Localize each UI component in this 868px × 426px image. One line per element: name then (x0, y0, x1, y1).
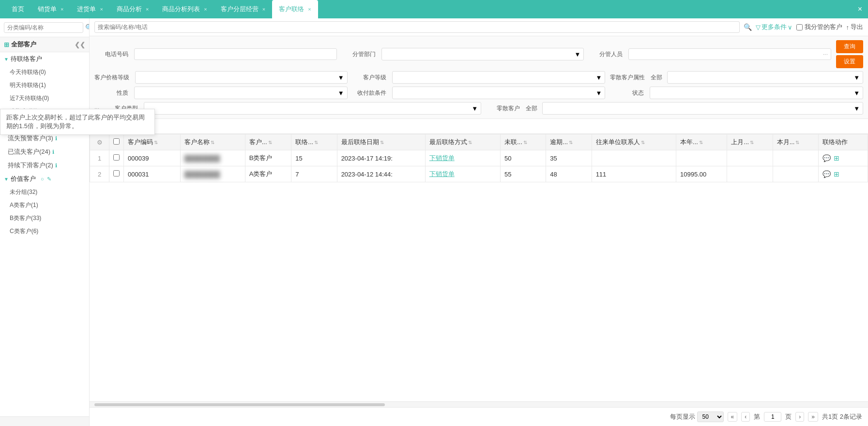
customer-grade-select[interactable]: ▼ (392, 71, 606, 84)
status-select[interactable]: ▼ (650, 87, 863, 99)
sort-overdue-icon[interactable]: ⇅ (569, 140, 573, 145)
nav-sales[interactable]: 销货单 × (31, 0, 70, 18)
page-input[interactable] (764, 412, 781, 422)
per-page-select[interactable]: 50 100 (697, 411, 724, 422)
next-page-btn[interactable]: › (795, 412, 804, 422)
status-filter: 状态 ▼ (610, 87, 863, 99)
close-sales-tab[interactable]: × (61, 0, 63, 18)
retail-attr-select[interactable]: ▼ (667, 71, 863, 84)
more-action-icon-0[interactable]: ⊞ (834, 154, 839, 162)
sort-last-month-icon[interactable]: ⇅ (750, 140, 754, 145)
cell-last-method: 下销货单 (425, 166, 500, 182)
row-checkbox-1[interactable] (113, 170, 120, 176)
cell-name: ████████ (180, 166, 245, 182)
status-chevron-icon: ▼ (853, 89, 860, 97)
phone-input[interactable] (134, 48, 337, 60)
bottom-scrollbar[interactable] (94, 403, 385, 406)
cell-seq: 1 (90, 150, 109, 166)
my-customers-checkbox[interactable] (796, 24, 803, 30)
customer-type-chevron-icon: ▼ (472, 105, 478, 112)
sort-method-icon[interactable]: ⇅ (468, 140, 472, 145)
nature-filter: 性质 ▼ (94, 87, 348, 99)
sidebar-today-pending[interactable]: 今天待联络(0) (0, 66, 89, 79)
nav-product-analysis[interactable]: 商品分析 × (110, 0, 155, 18)
retail-attr-filter: 零散客户属性 全部 ▼ (610, 71, 863, 84)
info-icon-churned: ℹ (52, 149, 54, 155)
search-input[interactable] (94, 21, 740, 33)
sidebar-churned[interactable]: 已流失客户(24) ℹ (0, 145, 89, 159)
retail-customer-filter: 零散客户 全部 ▼ (486, 102, 863, 115)
last-method-link-1[interactable]: 下销货单 (429, 170, 455, 177)
close-product-list-tab[interactable]: × (204, 0, 207, 18)
cell-this-year (676, 150, 727, 166)
search-filter-icon[interactable]: 🔍 (744, 23, 752, 31)
sort-category-icon[interactable]: ⇅ (268, 140, 272, 145)
sort-this-year-icon[interactable]: ⇅ (699, 140, 703, 145)
nav-home[interactable]: 首页 (5, 0, 31, 18)
sidebar-search-icon[interactable]: 🔍 (85, 24, 90, 31)
price-grade-select[interactable]: ▼ (135, 71, 348, 84)
nav-purchase[interactable]: 进货单 × (70, 0, 109, 18)
cell-partner: 111 (592, 166, 676, 182)
more-conditions-btn[interactable]: ▽ 更多条件 ∨ (756, 23, 792, 31)
prev-page-btn[interactable]: ‹ (741, 412, 750, 422)
sidebar-ungroupe[interactable]: 未分组(32) (0, 186, 89, 199)
sidebar-b-class[interactable]: B类客户(33) (0, 212, 89, 225)
nav-customer-segment[interactable]: 客户分层经营 × (214, 0, 272, 18)
settings-gear-icon[interactable]: ⚙ (97, 139, 103, 146)
sort-name-icon[interactable]: ⇅ (211, 140, 214, 145)
settings-button[interactable]: 设置 (836, 55, 863, 68)
add-value-group-icon[interactable]: ✎ (47, 176, 51, 182)
sidebar-7days-pending[interactable]: 近7天待联络(0) (0, 92, 89, 105)
first-page-btn[interactable]: « (728, 412, 738, 422)
chat-icon-1[interactable]: 💬 (822, 170, 831, 178)
customer-type-select[interactable]: ▼ (144, 102, 481, 115)
customer-grade-filter: 客户等级 ▼ (352, 71, 606, 84)
nature-select[interactable]: ▼ (134, 87, 348, 99)
window-close-button[interactable]: × (858, 5, 862, 14)
sidebar-c-class[interactable]: C类客户(6) (0, 225, 89, 238)
last-page-btn[interactable]: » (808, 412, 818, 422)
sort-this-month-icon[interactable]: ⇅ (795, 140, 799, 145)
cell-contacts: 15 (291, 150, 337, 166)
price-grade-chevron-icon: ▼ (338, 74, 344, 81)
sidebar-a-class[interactable]: A类客户(1) (0, 199, 89, 212)
close-customer-contact-tab[interactable]: × (308, 0, 311, 18)
collapse-sidebar-icon[interactable]: ❮❮ (75, 41, 85, 48)
sidebar-tomorrow-pending[interactable]: 明天待联络(1) (0, 79, 89, 92)
cell-category: B类客户 (245, 150, 291, 166)
my-customers-checkbox-label[interactable]: 我分管的客户 (796, 23, 842, 31)
query-button[interactable]: 查询 (836, 40, 863, 53)
nav-product-list[interactable]: 商品分析列表 × (155, 0, 213, 18)
payment-chevron-icon: ▼ (595, 89, 602, 97)
dept-select[interactable]: ▼ (381, 48, 584, 60)
sidebar-declining[interactable]: 持续下滑客户(2) ℹ (0, 159, 89, 172)
more-action-icon-1[interactable]: ⊞ (834, 170, 839, 178)
value-customer-group[interactable]: ▼ 价值客户 ○ ✎ (0, 172, 89, 186)
main-layout: 🔍 ⊞ 全部客户 ❮❮ ▼ 待联络客户 今天待联络(0) 明天待联络(1) 近7… (0, 18, 868, 426)
sidebar-search-input[interactable] (4, 22, 83, 33)
sort-code-icon[interactable]: ⇅ (154, 140, 158, 145)
nav-customer-contact[interactable]: 客户联络 × (272, 0, 318, 18)
sort-partner-icon[interactable]: ⇅ (641, 140, 645, 145)
manager-more-icon[interactable]: ··· (823, 51, 828, 58)
sort-not-contacted-icon[interactable]: ⇅ (523, 140, 527, 145)
close-purchase-tab[interactable]: × (100, 0, 103, 18)
close-customer-segment-tab[interactable]: × (262, 0, 265, 18)
export-button[interactable]: ↑ 导出 (846, 23, 864, 31)
close-product-analysis-tab[interactable]: × (146, 0, 149, 18)
select-all-checkbox[interactable] (113, 138, 120, 145)
chat-icon-0[interactable]: 💬 (822, 154, 831, 162)
retail-customer-select[interactable]: ▼ (542, 102, 863, 115)
row-checkbox-0[interactable] (113, 154, 120, 161)
cell-contacts: 7 (291, 166, 337, 182)
sort-date-icon[interactable]: ⇅ (380, 140, 384, 145)
sort-contacts-icon[interactable]: ⇅ (314, 140, 318, 145)
edit-value-group-icon[interactable]: ○ (41, 176, 44, 182)
pending-contact-group[interactable]: ▼ 待联络客户 (0, 52, 89, 66)
nature-label: 性质 (94, 89, 128, 97)
last-method-link-0[interactable]: 下销货单 (429, 154, 455, 162)
payment-select[interactable]: ▼ (392, 87, 606, 99)
left-sidebar: 🔍 ⊞ 全部客户 ❮❮ ▼ 待联络客户 今天待联络(0) 明天待联络(1) 近7… (0, 18, 90, 426)
cell-overdue: 35 (546, 150, 592, 166)
